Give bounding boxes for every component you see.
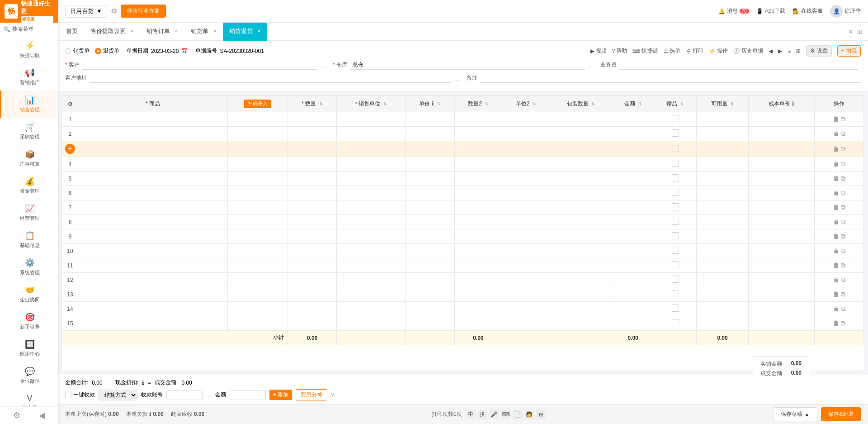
gift-cell-1[interactable] [654, 112, 696, 127]
copy-icon-10[interactable]: ⧉ [841, 247, 845, 255]
toolbar-icon-6[interactable]: 🧑 [524, 410, 534, 419]
sidebar-item-enterprise[interactable]: 🤝 企业协同 [0, 281, 58, 308]
view-grid-icon[interactable]: ⊞ [796, 48, 801, 54]
product-cell-10[interactable] [78, 244, 228, 258]
calendar-icon[interactable]: 📅 [181, 48, 188, 54]
product-cell-11[interactable] [78, 258, 228, 273]
sidebar-settings-icon[interactable]: ⚙ [13, 410, 20, 420]
salesperson-input[interactable] [619, 60, 858, 70]
account-input[interactable] [166, 390, 203, 400]
video-action[interactable]: ▶ 视频 [590, 47, 607, 55]
info-icon[interactable]: ℹ [142, 380, 144, 386]
delete-icon-13[interactable]: 🗑 [833, 291, 839, 298]
gift-cell-8[interactable] [654, 215, 696, 229]
product-cell-15[interactable] [78, 316, 228, 331]
gift-cell-7[interactable] [654, 200, 696, 215]
warehouse-dots[interactable]: ... [588, 62, 593, 69]
gift-cell-10[interactable] [654, 244, 696, 258]
delete-icon-4[interactable]: 🗑 [833, 160, 839, 168]
tab-close-sales-delivery[interactable]: ✕ [213, 29, 217, 33]
daily-select[interactable]: 日用百货 ▼ [65, 5, 107, 18]
address-input[interactable] [90, 73, 451, 83]
gift-checkbox-6[interactable] [672, 189, 679, 196]
toolbar-icon-7[interactable]: ⊞ [536, 410, 546, 419]
gift-cell-12[interactable] [654, 273, 696, 287]
shortcut-action[interactable]: ⌨ 快捷键 [632, 47, 658, 55]
product-cell-8[interactable] [78, 215, 228, 229]
gift-cell-11[interactable] [654, 258, 696, 273]
unit2-sort-icon[interactable]: ⇅ [533, 101, 536, 106]
copy-icon-13[interactable]: ⧉ [841, 291, 845, 298]
copy-icon-4[interactable]: ⧉ [841, 160, 845, 168]
delete-icon-10[interactable]: 🗑 [833, 247, 839, 255]
gift-cell-5[interactable] [654, 172, 696, 186]
unit-price-sort-icon[interactable]: ⇅ [437, 101, 440, 106]
help-action[interactable]: ? 帮助 [612, 47, 627, 55]
qty2-sort-icon[interactable]: ⇅ [485, 101, 488, 106]
copy-icon-3[interactable]: ⧉ [841, 145, 845, 153]
sidebar-item-shortcut[interactable]: ⚡ 快捷导航 [0, 36, 58, 63]
col-settings[interactable]: ⚙ [62, 96, 78, 112]
gift-checkbox-2[interactable] [672, 129, 679, 137]
product-cell-6[interactable] [78, 186, 228, 200]
product-cell-14[interactable] [78, 302, 228, 316]
select-action[interactable]: ☰ 选单 [663, 47, 680, 55]
payment-help-icon[interactable]: ? [331, 392, 334, 398]
gift-cell-6[interactable] [654, 186, 696, 200]
sidebar-item-operation[interactable]: 📈 经营管理 [0, 199, 58, 226]
tab-sales-return[interactable]: 销货退货 ✕ [223, 23, 267, 41]
gift-sort-icon[interactable]: ⇅ [680, 101, 684, 106]
notification-btn[interactable]: 🔔 消息 70 [718, 7, 749, 15]
sidebar-collapse-icon[interactable]: ◀ [39, 410, 45, 420]
add-row-btn[interactable]: + [65, 144, 75, 154]
product-cell-7[interactable] [78, 200, 228, 215]
save-draft-btn[interactable]: 保存草稿 ▲ [773, 407, 817, 421]
tab-home[interactable]: 首页 [60, 23, 84, 41]
tab-sales-order[interactable]: 销售订单 ✕ [140, 23, 184, 41]
gift-cell-9[interactable] [654, 229, 696, 244]
delete-icon-11[interactable]: 🗑 [833, 262, 839, 269]
radio-sales-order[interactable]: 销货单 [65, 47, 90, 55]
toolbar-icon-1[interactable]: 中 [466, 410, 476, 419]
gift-cell-3[interactable] [654, 141, 696, 157]
product-cell-2[interactable] [78, 127, 228, 141]
settings-icon[interactable]: ⚙ [111, 7, 117, 15]
sidebar-item-basic[interactable]: 📋 基础信息 [0, 226, 58, 253]
tab-close-price-settings[interactable]: ✕ [130, 29, 134, 33]
product-cell-3[interactable] [78, 141, 228, 157]
sidebar-item-marketing[interactable]: 📢 营销推广 [0, 63, 58, 91]
warehouse-input[interactable] [350, 60, 585, 70]
tab-menu-icon[interactable]: ⊞ [857, 28, 863, 35]
tab-price-settings[interactable]: 售价提取设置 ✕ [84, 23, 140, 41]
sidebar-item-appstore[interactable]: 🔲 应用中心 [0, 335, 58, 362]
settings-btn[interactable]: ⚙ 设置 [806, 45, 831, 57]
tab-close-sales-return[interactable]: ✕ [257, 29, 261, 33]
unit-price-info-icon[interactable]: ℹ [432, 100, 434, 107]
gift-cell-2[interactable] [654, 127, 696, 141]
app-download-btn[interactable]: 📱 App下载 [756, 7, 785, 15]
copy-icon-2[interactable]: ⧉ [841, 130, 845, 138]
product-cell-13[interactable] [78, 287, 228, 302]
available-sort-icon[interactable]: ⇅ [730, 101, 734, 106]
customer-dots[interactable]: ... [320, 62, 326, 69]
history-action[interactable]: 🕐 历史单据 [733, 47, 763, 55]
gift-cell-15[interactable] [654, 316, 696, 331]
sidebar-item-sales[interactable]: 📊 销售管理 [0, 91, 58, 118]
sidebar-item-member[interactable]: V 畅会员 [0, 389, 58, 406]
cost-info-icon[interactable]: ℹ [792, 100, 794, 107]
col-scan[interactable]: 扫码录入 [228, 96, 288, 112]
delete-icon-8[interactable]: 🗑 [833, 218, 839, 226]
debt-info-icon[interactable]: ℹ [149, 411, 151, 417]
product-cell-12[interactable] [78, 273, 228, 287]
delete-icon-12[interactable]: 🗑 [833, 276, 839, 284]
delete-icon-2[interactable]: 🗑 [833, 130, 839, 138]
gift-checkbox-9[interactable] [672, 232, 679, 239]
delete-icon-7[interactable]: 🗑 [833, 204, 839, 211]
gift-checkbox-4[interactable] [672, 160, 679, 167]
delete-icon-1[interactable]: 🗑 [833, 115, 839, 123]
delete-icon-15[interactable]: 🗑 [833, 319, 839, 327]
nav-prev-icon[interactable]: ◀ [769, 48, 773, 54]
copy-icon-6[interactable]: ⧉ [841, 189, 845, 197]
gift-checkbox-8[interactable] [672, 218, 679, 225]
copy-icon-1[interactable]: ⧉ [841, 115, 845, 123]
